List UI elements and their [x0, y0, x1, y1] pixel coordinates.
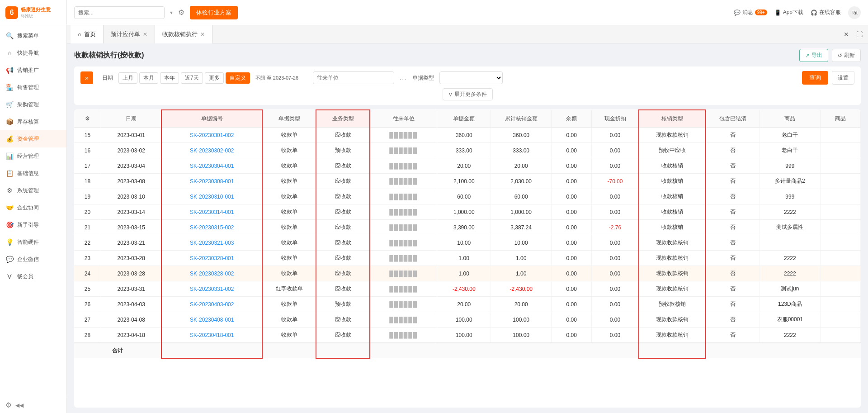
bill-no-link[interactable]: SK-20230314-001	[190, 209, 234, 215]
filter-row-1: » 日期 上月 本月 本年 近7天 更多 自定义 不限 至 2023-07-26…	[80, 71, 854, 85]
row-partner: ██████	[370, 158, 437, 174]
row-include-settled: 否	[706, 312, 760, 328]
bill-no-link[interactable]: SK-20230302-002	[190, 147, 234, 154]
row-bill-no: SK-20230310-001	[161, 189, 262, 204]
date-label: 日期	[102, 74, 113, 82]
col-bill-type-header: 单据类型	[262, 110, 316, 128]
bill-no-link[interactable]: SK-20230304-001	[190, 163, 234, 169]
last-month-btn[interactable]: 上月	[118, 72, 137, 84]
table-row[interactable]: 22 2023-03-21 SK-20230321-003 收款单 应收款 ██…	[74, 235, 861, 251]
sidebar-item-guide[interactable]: 🎯新手引导	[0, 216, 66, 233]
table-row[interactable]: 21 2023-03-15 SK-20230315-002 收款单 应收款 ██…	[74, 220, 861, 235]
bill-type-select[interactable]	[439, 71, 503, 84]
settings-icon[interactable]: ⚙	[5, 401, 12, 409]
messages-icon-item[interactable]: 💬 消息 99+	[734, 9, 767, 16]
row-product: 测试jun	[760, 281, 820, 297]
sidebar-item-system[interactable]: ⚙系统管理	[0, 182, 66, 199]
bill-no-link[interactable]: SK-20230321-003	[190, 240, 234, 246]
solution-button[interactable]: 体验行业方案	[190, 6, 238, 19]
table-row[interactable]: 17 2023-03-04 SK-20230304-001 收款单 应收款 ██…	[74, 158, 861, 174]
table-row[interactable]: 26 2023-04-03 SK-20230403-002 收款单 预收款 ██…	[74, 297, 861, 312]
table-row[interactable]: 16 2023-03-02 SK-20230302-002 收款单 预收款 ██…	[74, 143, 861, 158]
row-cancel-type: 收款核销	[639, 158, 706, 174]
tab2-close-icon[interactable]: ✕	[200, 31, 205, 38]
table-row[interactable]: 20 2023-03-14 SK-20230314-001 收款单 应收款 ██…	[74, 204, 861, 220]
row-bill-type: 收款单	[262, 174, 316, 189]
table-row[interactable]: 15 2023-03-01 SK-20230301-002 收款单 应收款 ██…	[74, 128, 861, 143]
row-cash-discount: 0.00	[592, 251, 639, 266]
table-row[interactable]: 18 2023-03-08 SK-20230308-001 收款单 应收款 ██…	[74, 174, 861, 189]
bill-no-link[interactable]: SK-20230403-002	[190, 301, 234, 308]
export-icon: ↗	[805, 52, 810, 59]
sidebar-item-operation[interactable]: 📊经营管理	[0, 147, 66, 165]
sidebar-item-sales[interactable]: 🏪销售管理	[0, 79, 66, 96]
bill-no-link[interactable]: SK-20230331-002	[190, 286, 234, 292]
settings-button[interactable]: 设置	[832, 71, 854, 85]
expand-more-button[interactable]: ∨ 展开更多条件	[443, 88, 493, 100]
custom-date-btn[interactable]: 自定义	[226, 72, 250, 84]
table-row[interactable]: 23 2023-03-28 SK-20230328-001 收款单 应收款 ██…	[74, 251, 861, 266]
maximize-icon[interactable]: ⛶	[854, 29, 864, 40]
filter-toggle-btn[interactable]: »	[80, 71, 93, 84]
table-row[interactable]: 24 2023-03-28 SK-20230328-002 收款单 应收款 ██…	[74, 266, 861, 281]
row-cancel-amount: 1.00	[491, 266, 552, 281]
this-month-btn[interactable]: 本月	[139, 72, 158, 84]
close-tab-icon[interactable]: ✕	[842, 29, 851, 40]
export-button[interactable]: ↗ 导出	[799, 49, 828, 62]
sidebar-item-member[interactable]: V畅会员	[0, 268, 66, 285]
sidebar-item-marketing[interactable]: 📢营销推广	[0, 62, 66, 79]
bill-no-link[interactable]: SK-20230315-002	[190, 224, 234, 231]
collapse-icon[interactable]: ◀◀	[15, 402, 24, 408]
row-balance: 0.00	[552, 220, 592, 235]
tab1-close-icon[interactable]: ✕	[143, 31, 147, 38]
user-avatar[interactable]: Rit	[848, 6, 861, 19]
col-product2-header: 商品	[820, 110, 860, 128]
tab-prepaid-bills[interactable]: 预计应付单 ✕	[104, 25, 155, 43]
bill-no-link[interactable]: SK-20230310-001	[190, 194, 234, 200]
row-date: 2023-04-18	[101, 328, 161, 343]
sidebar-item-label: 系统管理	[17, 187, 39, 195]
sidebar-item-enterprise[interactable]: 🤝企业协同	[0, 199, 66, 216]
sidebar-item-inventory[interactable]: 📦库存核算	[0, 113, 66, 130]
col-settings-header[interactable]: ⚙	[74, 110, 101, 128]
sidebar-item-label: 快捷导航	[17, 49, 39, 57]
date-range-display: 不限 至 2023-07-26	[255, 75, 298, 81]
this-year-btn[interactable]: 本年	[160, 72, 179, 84]
bill-no-link[interactable]: SK-20230408-001	[190, 317, 234, 323]
sidebar-item-finance[interactable]: 💰资金管理	[0, 130, 66, 147]
online-service-item[interactable]: 🎧 在线客服	[811, 9, 841, 16]
topbar-search-input[interactable]	[74, 6, 165, 19]
row-bill-type: 收款单	[262, 251, 316, 266]
bill-no-link[interactable]: SK-20230418-001	[190, 332, 234, 338]
row-date: 2023-03-01	[101, 128, 161, 143]
tab-home[interactable]: ⌂ 首页	[71, 25, 104, 43]
topbar-dropdown-icon[interactable]: ▾	[170, 9, 173, 16]
bill-no-link[interactable]: SK-20230308-001	[190, 178, 234, 185]
bill-no-link[interactable]: SK-20230328-001	[190, 255, 234, 261]
sidebar-item-wechat[interactable]: 💬企业微信	[0, 251, 66, 268]
query-button[interactable]: 查询	[802, 71, 828, 85]
sidebar-item-purchase[interactable]: 🛒采购管理	[0, 96, 66, 113]
table-row[interactable]: 27 2023-04-08 SK-20230408-001 收款单 应收款 ██…	[74, 312, 861, 328]
sidebar-item-hardware[interactable]: 💡智能硬件	[0, 233, 66, 251]
topbar-settings-icon[interactable]: ⚙	[178, 8, 184, 17]
more-date-btn[interactable]: 更多	[205, 72, 224, 84]
sidebar-item-label: 企业微信	[17, 256, 39, 263]
last-7days-btn[interactable]: 近7天	[181, 72, 203, 84]
row-biz-type: 应收款	[316, 328, 370, 343]
table-row[interactable]: 28 2023-04-18 SK-20230418-001 收款单 应收款 ██…	[74, 328, 861, 343]
tabs-bar-right: ✕ ⛶	[842, 29, 864, 40]
table-row[interactable]: 19 2023-03-10 SK-20230310-001 收款单 应收款 ██…	[74, 189, 861, 204]
sidebar-item-label: 搜索菜单	[17, 32, 39, 40]
tab-collection-cancel[interactable]: 收款核销执行 ✕	[155, 25, 212, 43]
row-product: 2222	[760, 204, 820, 220]
refresh-button[interactable]: ↺ 刷新	[832, 49, 861, 62]
sidebar-item-basic[interactable]: 📋基础信息	[0, 165, 66, 182]
bill-no-link[interactable]: SK-20230328-002	[190, 271, 234, 277]
sidebar-item-shortcut[interactable]: ⌂快捷导航	[0, 44, 66, 62]
table-row[interactable]: 25 2023-03-31 SK-20230331-002 红字收款单 应收款 …	[74, 281, 861, 297]
bill-no-link[interactable]: SK-20230301-002	[190, 132, 234, 138]
partner-input[interactable]	[313, 71, 394, 84]
sidebar-item-search[interactable]: 🔍搜索菜单	[0, 27, 66, 44]
app-download-item[interactable]: 📱 App下载	[774, 9, 803, 16]
